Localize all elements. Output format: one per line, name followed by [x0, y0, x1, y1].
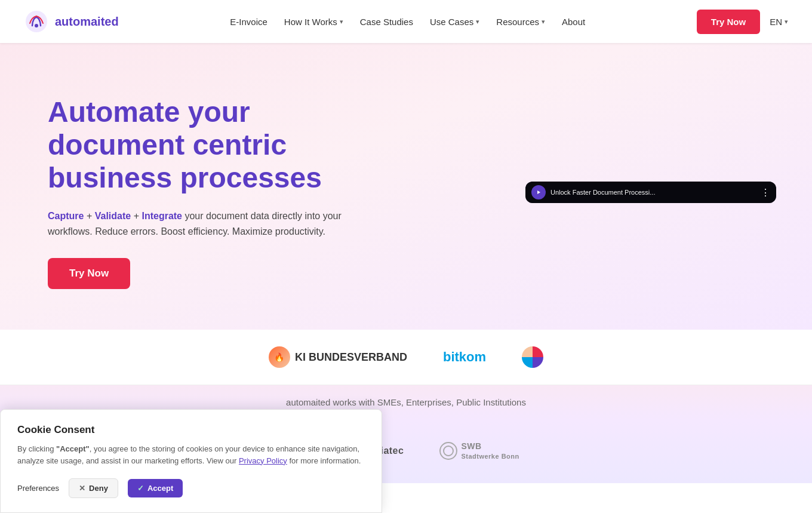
chevron-down-icon: ▾	[542, 18, 545, 26]
svg-point-0	[26, 11, 47, 32]
nav-item-about[interactable]: About	[562, 17, 585, 27]
svg-point-1	[35, 24, 38, 27]
video-title: Unlock Faster Document Processi...	[550, 189, 655, 196]
cookie-accept-button[interactable]: ✓ Accept	[128, 479, 183, 483]
hero-integrate: Integrate	[142, 211, 182, 221]
try-now-nav-button[interactable]: Try Now	[697, 10, 760, 34]
hero-content: Automate your document centric business …	[48, 96, 382, 290]
circle-logo-icon	[522, 346, 543, 368]
hero-validate: Validate	[95, 211, 131, 221]
nav-links: E-Invoice How It Works ▾ Case Studies Us…	[230, 17, 585, 27]
logo-circle	[522, 346, 543, 368]
logo-text: automaited	[55, 15, 119, 29]
cookie-banner: Cookie Consent By clicking "Accept", you…	[0, 409, 382, 483]
nav-item-resources[interactable]: Resources ▾	[496, 17, 545, 27]
nav-item-case-studies[interactable]: Case Studies	[360, 17, 413, 27]
chevron-down-icon: ▾	[785, 18, 788, 26]
swb-logo-icon	[439, 442, 457, 460]
nav-right: Try Now EN ▾	[697, 10, 788, 34]
hero-subtitle: Capture + Validate + Integrate your docu…	[48, 208, 382, 239]
logo-icon	[24, 9, 49, 34]
hero-capture: Capture	[48, 211, 84, 221]
hero-section: Automate your document centric business …	[0, 43, 812, 330]
cookie-actions: Preferences ✕ Deny ✓ Accept	[17, 478, 365, 483]
hero-video[interactable]: Unlock Faster Document Processi... ⋮	[525, 182, 776, 203]
video-more-icon[interactable]: ⋮	[761, 187, 770, 198]
works-with-text: automaited works with SMEs, Enterprises,…	[24, 397, 788, 407]
hero-title: Automate your document centric business …	[48, 96, 382, 195]
logo-ki-bundesverband: 🔥 KI BUNDESVERBAND	[269, 346, 407, 368]
nav-item-e-invoice[interactable]: E-Invoice	[230, 17, 267, 27]
navbar: automaited E-Invoice How It Works ▾ Case…	[0, 0, 812, 43]
swb-label: SWBStadtwerke Bonn	[461, 441, 519, 460]
nav-item-use-cases[interactable]: Use Cases ▾	[430, 17, 479, 27]
logo-bitkom: bitkom	[443, 349, 486, 365]
cookie-deny-button[interactable]: ✕ Deny	[69, 478, 118, 483]
chevron-down-icon: ▾	[340, 18, 343, 26]
client-swb: SWBStadtwerke Bonn	[439, 441, 519, 460]
cookie-title: Cookie Consent	[17, 424, 365, 436]
video-title-bar: Unlock Faster Document Processi... ⋮	[525, 182, 776, 203]
logo[interactable]: automaited	[24, 9, 119, 34]
privacy-policy-link[interactable]: Privacy Policy	[239, 456, 287, 465]
try-now-hero-button[interactable]: Try Now	[48, 258, 130, 289]
cookie-body: By clicking "Accept", you agree to the s…	[17, 443, 365, 466]
nav-item-how-it-works[interactable]: How It Works ▾	[284, 17, 343, 27]
language-selector[interactable]: EN ▾	[770, 17, 788, 27]
ki-badge-icon: 🔥	[269, 346, 290, 368]
chevron-down-icon: ▾	[476, 18, 479, 26]
video-channel-icon	[531, 185, 546, 199]
logos-strip: 🔥 KI BUNDESVERBAND bitkom	[0, 330, 812, 385]
